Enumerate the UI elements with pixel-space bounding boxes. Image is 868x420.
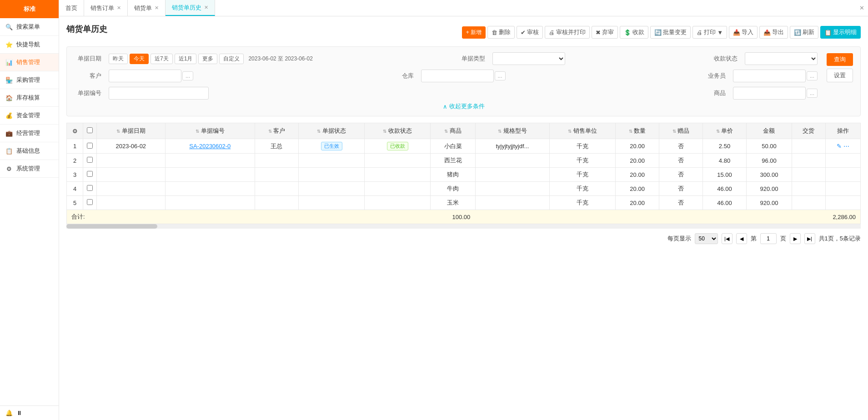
edit-action-icon[interactable]: ✎	[837, 143, 842, 150]
sidebar-item-label: 销售管理	[16, 58, 40, 66]
abandon-button[interactable]: ✖ 弃审	[592, 26, 618, 39]
tab-sales-order[interactable]: 销售订单 ✕	[84, 0, 128, 16]
sidebar-item-quick-nav[interactable]: ⭐ 快捷导航	[0, 36, 59, 54]
cell-action[interactable]: ✎ ⋯	[825, 139, 860, 154]
cell-gift: 否	[659, 139, 703, 154]
sidebar-item-search-menu[interactable]: 🔍 搜索菜单	[0, 18, 59, 36]
salesperson-ellipsis-btn[interactable]: ...	[807, 71, 818, 80]
date-btn-7days[interactable]: 近7天	[151, 54, 173, 64]
col-doc-date[interactable]: ⇅ 单据日期	[97, 123, 166, 139]
tab-home[interactable]: 首页	[59, 0, 84, 16]
collapse-icon: ∧	[443, 103, 447, 110]
select-all-checkbox[interactable]	[87, 127, 93, 133]
payment-status-select[interactable]	[745, 52, 818, 65]
col-customer[interactable]: ⇅ 客户	[255, 123, 298, 139]
cell-doc-date	[97, 168, 166, 182]
collapse-filter-btn[interactable]: ∧ 收起更多条件	[74, 102, 853, 110]
date-btn-custom[interactable]: 自定义	[219, 54, 244, 64]
col-sales-unit[interactable]: ⇅ 销售单位	[549, 123, 615, 139]
tab-sales-history[interactable]: 销货单历史 ✕	[166, 0, 215, 16]
sidebar-item-sales-mgmt[interactable]: 📊 销售管理	[0, 54, 59, 71]
setting-button[interactable]: 设置	[827, 69, 853, 82]
horizontal-scrollbar[interactable]	[66, 224, 861, 229]
cell-checkbox[interactable]	[83, 154, 97, 168]
tab-sales-history-close[interactable]: ✕	[204, 5, 208, 10]
date-btn-more[interactable]: 更多	[198, 54, 217, 64]
doc-type-select[interactable]	[492, 52, 565, 65]
batch-change-button[interactable]: 🔄 批量变更	[650, 26, 691, 39]
tab-bar-close-all[interactable]: ✕	[859, 5, 868, 11]
row-checkbox[interactable]	[87, 143, 93, 149]
date-btn-1month[interactable]: 近1月	[175, 54, 197, 64]
row-checkbox[interactable]	[87, 185, 93, 191]
scrollbar-thumb[interactable]	[66, 224, 157, 229]
next-page-btn[interactable]: ▶	[790, 233, 801, 244]
audit-button[interactable]: ✔ 审核	[517, 26, 543, 39]
col-doc-number[interactable]: ⇅ 单据编号	[165, 123, 255, 139]
audit-print-button[interactable]: 🖨 审核并打印	[545, 26, 590, 39]
row-checkbox[interactable]	[87, 199, 93, 205]
col-checkbox[interactable]	[83, 123, 97, 139]
sidebar-item-finance-mgmt[interactable]: 💰 资金管理	[0, 107, 59, 125]
import-button[interactable]: 📥 导入	[729, 26, 758, 39]
goods-ellipsis-btn[interactable]: ...	[807, 89, 818, 98]
show-detail-button[interactable]: 📋 显示明细	[820, 26, 861, 39]
abandon-icon: ✖	[596, 29, 601, 36]
print-button[interactable]: 🖨 打印 ▼	[692, 26, 727, 39]
cell-checkbox[interactable]	[83, 196, 97, 210]
tab-sales-goods-close[interactable]: ✕	[155, 5, 159, 11]
goods-input[interactable]	[733, 87, 806, 100]
customer-ellipsis-btn[interactable]: ...	[182, 71, 193, 80]
col-amount[interactable]: 金额	[746, 123, 792, 139]
new-button[interactable]: + 新增	[462, 26, 486, 39]
last-page-btn[interactable]: ▶|	[804, 233, 815, 244]
per-page-select[interactable]: 50 100	[695, 233, 718, 244]
col-gear[interactable]: ⚙	[67, 123, 83, 139]
cell-checkbox[interactable]	[83, 139, 97, 154]
doc-number-link[interactable]: SA-20230602-0	[189, 143, 231, 150]
cell-doc-number	[165, 154, 255, 168]
sidebar-item-label: 系统管理	[16, 165, 40, 173]
sidebar-item-basic-info[interactable]: 📋 基础信息	[0, 142, 59, 160]
warehouse-input[interactable]	[421, 70, 494, 82]
row-checkbox[interactable]	[87, 157, 93, 163]
date-btn-today[interactable]: 今天	[130, 54, 149, 64]
date-btn-yesterday[interactable]: 昨天	[109, 54, 128, 64]
warehouse-ellipsis-btn[interactable]: ...	[495, 71, 506, 80]
col-quantity[interactable]: ⇅ 数量	[616, 123, 659, 139]
col-goods[interactable]: ⇅ 商品	[431, 123, 476, 139]
sidebar-item-purchase-mgmt[interactable]: 🏪 采购管理	[0, 71, 59, 89]
col-gift[interactable]: ⇅ 赠品	[659, 123, 703, 139]
cell-doc-number[interactable]: SA-20230602-0	[165, 139, 255, 154]
first-page-btn[interactable]: |◀	[722, 233, 733, 244]
refresh-button[interactable]: 🔃 刷新	[790, 26, 818, 39]
col-transaction[interactable]: 交货	[792, 123, 826, 139]
collect-button[interactable]: 💲 收款	[620, 26, 648, 39]
cell-transaction	[792, 139, 826, 154]
row-checkbox[interactable]	[87, 171, 93, 177]
query-button[interactable]: 查询	[827, 53, 853, 66]
tab-sales-goods[interactable]: 销货单 ✕	[128, 0, 166, 16]
customer-input[interactable]	[109, 70, 181, 82]
page-number-input[interactable]	[760, 233, 777, 244]
sidebar-item-inventory[interactable]: 🏠 库存核算	[0, 89, 59, 107]
delete-button[interactable]: 🗑 删除	[487, 26, 515, 39]
cell-checkbox[interactable]	[83, 182, 97, 196]
col-doc-status[interactable]: ⇅ 单据状态	[298, 123, 364, 139]
col-payment-status[interactable]: ⇅ 收款状态	[365, 123, 431, 139]
sidebar: 标准 🔍 搜索菜单 ⭐ 快捷导航 📊 销售管理 🏪 采购管理 🏠 库存核算 💰 …	[0, 0, 59, 420]
prev-page-btn[interactable]: ◀	[736, 233, 747, 244]
shop-icon: 🏪	[5, 76, 13, 84]
sidebar-bottom-icon2[interactable]: ⏸	[16, 410, 22, 416]
more-action-icon[interactable]: ⋯	[843, 143, 849, 150]
sidebar-bottom-icon1[interactable]: 🔔	[5, 410, 13, 416]
sidebar-item-system-mgmt[interactable]: ⚙ 系统管理	[0, 160, 59, 178]
col-spec[interactable]: ⇅ 规格型号	[475, 123, 549, 139]
doc-number-input[interactable]	[109, 87, 209, 100]
sidebar-item-operation-mgmt[interactable]: 💼 经营管理	[0, 125, 59, 142]
export-button[interactable]: 📤 导出	[759, 26, 788, 39]
col-unit-price[interactable]: ⇅ 单价	[703, 123, 747, 139]
salesperson-input[interactable]	[733, 70, 806, 82]
cell-checkbox[interactable]	[83, 168, 97, 182]
tab-sales-order-close[interactable]: ✕	[117, 5, 121, 11]
